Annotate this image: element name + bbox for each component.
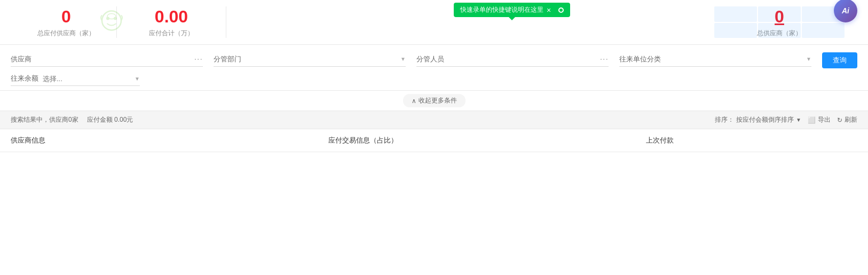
collapse-button[interactable]: ∧ 收起更多条件 (403, 94, 465, 107)
total-suppliers-label: 总供应商（家） (757, 29, 802, 38)
total-suppliers-number: 0 (775, 6, 784, 27)
col-header-transaction: 应付交易信息（占比） (328, 136, 646, 145)
balance-arrow-icon[interactable]: ▼ (135, 76, 140, 82)
stat-total-suppliers: 0 总供应商（家） (736, 6, 823, 38)
payable-suppliers-label: 总应付供应商（家） (37, 29, 95, 38)
filter-row-2: 往来余额 ▼ (11, 74, 857, 86)
department-filter-item: 分管部门 ▼ (214, 54, 406, 67)
stats-bar: 0 总应付供应商（家） 0.00 应付合计（万） 快速录单的快捷键说明在这里 × (0, 0, 868, 45)
export-icon: ⬜ (808, 116, 816, 124)
collapse-bar: ∧ 收起更多条件 (0, 91, 868, 111)
result-bar: 搜索结果中，供应商0家 应付金额 0.00元 排序： 按应付会额倒序排序 ▼ ⬜… (0, 111, 868, 129)
tooltip-text: 快速录单的快捷键说明在这里 (460, 5, 543, 14)
unit-category-filter-item: 往来单位分类 ▼ (619, 54, 811, 67)
payable-suppliers-number: 0 (61, 6, 71, 27)
col-header-supplier: 供应商信息 (11, 136, 328, 145)
department-input[interactable] (246, 55, 398, 63)
collapse-chevron-icon: ∧ (412, 97, 416, 105)
ai-label: Ai (842, 6, 849, 15)
tooltip-bubble: 快速录单的快捷键说明在这里 × (454, 3, 570, 17)
result-suppliers-count: 搜索结果中，供应商0家 (11, 115, 78, 124)
person-filter-item: 分管人员 ··· (416, 54, 609, 67)
balance-filter-label: 往来余额 (11, 74, 38, 83)
department-arrow-icon[interactable]: ▼ (400, 56, 406, 62)
export-label: 导出 (818, 115, 831, 124)
collapse-label: 收起更多条件 (419, 96, 457, 105)
person-more-icon[interactable]: ··· (600, 54, 609, 64)
export-button[interactable]: ⬜ 导出 (808, 115, 831, 124)
unit-category-input[interactable] (665, 55, 804, 63)
department-filter-label: 分管部门 (214, 54, 241, 64)
unit-category-label: 往来单位分类 (619, 54, 661, 64)
refresh-icon: ↻ (837, 116, 842, 124)
query-button[interactable]: 查询 (822, 52, 857, 68)
payable-total-label: 应付合计（万） (149, 29, 194, 38)
result-amount: 应付金额 0.00元 (87, 115, 133, 124)
result-summary: 搜索结果中，供应商0家 应付金额 0.00元 (11, 115, 133, 124)
refresh-button[interactable]: ↻ 刷新 (837, 115, 857, 124)
stat-payable-total: 0.00 应付合计（万） (117, 6, 226, 38)
ai-circle-button[interactable]: Ai (834, 0, 857, 22)
sort-label: 排序： (715, 115, 734, 124)
sort-dropdown[interactable]: 排序： 按应付会额倒序排序 ▼ (715, 115, 801, 124)
unit-category-arrow-icon[interactable]: ▼ (806, 56, 811, 62)
table-body (0, 152, 868, 275)
table-header: 供应商信息 应付交易信息（占比） 上次付款 (0, 129, 868, 152)
sort-value: 按应付会额倒序排序 (736, 115, 794, 124)
result-actions: 排序： 按应付会额倒序排序 ▼ ⬜ 导出 ↻ 刷新 (715, 115, 857, 124)
person-filter-label: 分管人员 (416, 54, 444, 64)
tooltip-close-button[interactable]: × (547, 6, 551, 14)
decorative-icon (96, 5, 128, 39)
col-header-lastpay: 上次付款 (646, 136, 858, 145)
refresh-label: 刷新 (845, 115, 857, 124)
balance-input[interactable] (43, 75, 132, 83)
payable-total-number: 0.00 (155, 6, 188, 27)
filter-row-1: 供应商 ··· 分管部门 ▼ 分管人员 ··· 往来单位分类 ▼ 查询 (11, 52, 857, 68)
supplier-input[interactable] (36, 55, 194, 63)
supplier-filter-label: 供应商 (11, 54, 31, 64)
balance-filter-item: 往来余额 ▼ (11, 74, 140, 86)
filter-bar: 供应商 ··· 分管部门 ▼ 分管人员 ··· 往来单位分类 ▼ 查询 往来余额 (0, 45, 868, 91)
person-input[interactable] (448, 55, 600, 63)
svg-point-3 (107, 13, 116, 19)
supplier-filter-item: 供应商 ··· (11, 54, 203, 67)
supplier-more-icon[interactable]: ··· (194, 54, 203, 64)
sort-arrow-icon: ▼ (796, 117, 801, 123)
stat-total-suppliers-wrapper: 0 总供应商（家） (714, 6, 845, 38)
tooltip-dot (558, 7, 564, 13)
ai-button-area[interactable]: Ai (834, 0, 857, 22)
